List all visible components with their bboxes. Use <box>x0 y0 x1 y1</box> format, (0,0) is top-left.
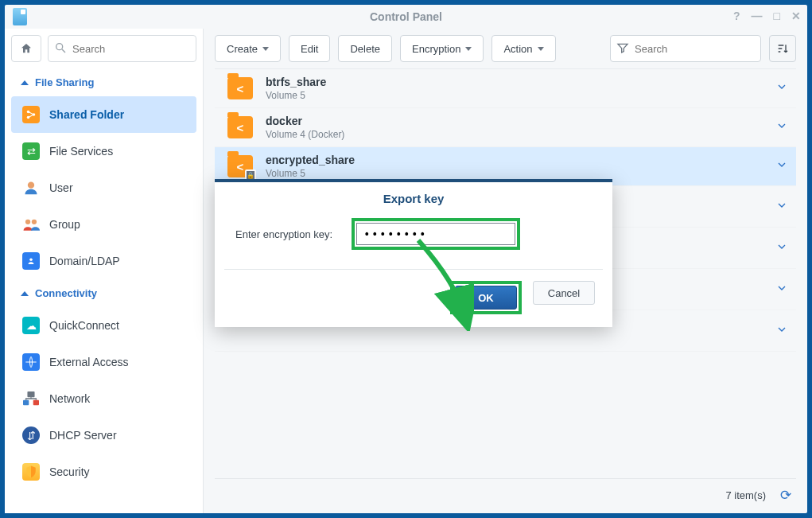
share-name: btrfs_share <box>266 76 326 88</box>
nav-file-services[interactable]: ⇄ File Services <box>11 133 196 169</box>
sidebar: File Sharing Shared Folder ⇄ File Servic… <box>5 29 204 513</box>
nav-label: File Services <box>49 145 113 158</box>
sidebar-search-input[interactable] <box>48 35 196 62</box>
nav-domain-ldap[interactable]: Domain/LDAP <box>11 243 196 279</box>
share-folder-icon: < <box>227 116 253 138</box>
section-label: Connectivity <box>35 287 97 299</box>
caret-down-icon <box>538 47 544 51</box>
encryption-button[interactable]: Encryption <box>400 35 484 62</box>
toolbar-search-input[interactable] <box>610 35 761 62</box>
section-file-sharing[interactable]: File Sharing <box>11 68 203 96</box>
nav-label: Shared Folder <box>49 108 124 121</box>
section-label: File Sharing <box>35 76 94 88</box>
help-button[interactable]: ? <box>733 10 740 22</box>
security-icon <box>22 463 40 481</box>
nav-shared-folder[interactable]: Shared Folder <box>11 96 196 133</box>
share-row[interactable]: < docker Volume 4 (Docker) <box>215 108 796 147</box>
nav-network[interactable]: Network <box>11 380 196 417</box>
cancel-button[interactable]: Cancel <box>533 281 595 305</box>
edit-button[interactable]: Edit <box>289 35 330 62</box>
group-icon <box>22 216 40 233</box>
toolbar: Create Edit Delete Encryption Action <box>215 35 796 62</box>
action-button[interactable]: Action <box>491 35 555 62</box>
svg-rect-12 <box>23 400 29 405</box>
control-panel-window: Control Panel ? — □ ✕ <box>5 5 807 513</box>
nav-label: External Access <box>49 356 129 368</box>
chevron-down-icon[interactable] <box>775 240 788 256</box>
encryption-key-input[interactable] <box>356 223 515 245</box>
network-icon <box>22 390 40 407</box>
home-button[interactable] <box>11 35 41 62</box>
chevron-up-icon <box>21 80 29 85</box>
nav-label: Domain/LDAP <box>49 255 120 267</box>
chevron-down-icon[interactable] <box>775 119 788 135</box>
window-title: Control Panel <box>5 10 807 23</box>
domain-ldap-icon <box>22 252 40 270</box>
encryption-key-label: Enter encryption key: <box>235 228 332 240</box>
chevron-down-icon[interactable] <box>775 199 788 215</box>
filter-icon <box>616 41 629 57</box>
chevron-down-icon[interactable] <box>775 323 788 339</box>
nav-label: DHCP Server <box>49 429 117 442</box>
share-sub: Volume 5 <box>266 90 326 101</box>
svg-rect-13 <box>33 400 39 405</box>
nav-label: QuickConnect <box>49 319 119 332</box>
nav-label: Network <box>49 392 90 405</box>
encrypted-folder-icon: <🔒 <box>227 155 253 177</box>
dialog-title: Export key <box>215 182 612 213</box>
dhcp-server-icon: ⇵ <box>22 426 40 444</box>
share-name: encrypted_share <box>266 154 355 166</box>
svg-rect-11 <box>27 391 34 397</box>
chevron-down-icon[interactable] <box>775 80 788 96</box>
svg-line-1 <box>62 49 65 53</box>
create-button[interactable]: Create <box>215 35 281 62</box>
caret-down-icon <box>465 47 472 51</box>
chevron-down-icon[interactable] <box>775 282 788 298</box>
titlebar: Control Panel ? — □ ✕ <box>5 5 807 29</box>
refresh-button[interactable]: ⟳ <box>780 487 791 504</box>
nav-group[interactable]: Group <box>11 206 196 243</box>
file-services-icon: ⇄ <box>22 142 40 160</box>
ok-button[interactable]: OK <box>455 286 517 310</box>
share-row[interactable]: < btrfs_share Volume 5 <box>215 69 796 108</box>
minimize-button[interactable]: — <box>752 10 763 22</box>
nav-user[interactable]: User <box>11 169 196 206</box>
footer: 7 item(s) ⟳ <box>215 478 796 507</box>
close-button[interactable]: ✕ <box>791 10 801 22</box>
nav-security[interactable]: Security <box>11 454 196 490</box>
section-connectivity[interactable]: Connectivity <box>11 279 203 307</box>
nav-external-access[interactable]: External Access <box>11 344 196 380</box>
highlight-box: OK <box>450 281 522 314</box>
share-folder-icon: < <box>227 77 253 99</box>
delete-button[interactable]: Delete <box>338 35 392 62</box>
item-count: 7 item(s) <box>725 489 766 501</box>
share-name: docker <box>266 115 344 127</box>
chevron-up-icon <box>21 291 29 296</box>
nav-label: Security <box>49 465 90 478</box>
shared-folder-icon <box>22 106 40 123</box>
highlight-box <box>352 218 520 250</box>
quickconnect-icon: ☁ <box>22 317 40 334</box>
share-sub: Volume 4 (Docker) <box>266 129 344 140</box>
svg-point-7 <box>32 220 37 224</box>
svg-point-9 <box>29 259 33 262</box>
svg-point-0 <box>56 44 63 50</box>
export-key-dialog: Export key Enter encryption key: OK Canc… <box>215 179 612 327</box>
maximize-button[interactable]: □ <box>774 10 780 22</box>
nav-label: User <box>49 181 73 194</box>
share-sub: Volume 5 <box>266 168 355 179</box>
svg-point-6 <box>25 220 30 224</box>
home-icon <box>20 42 33 55</box>
sort-button[interactable] <box>769 35 796 62</box>
caret-down-icon <box>262 47 269 51</box>
nav-quickconnect[interactable]: ☁ QuickConnect <box>11 307 196 344</box>
user-icon <box>22 179 40 197</box>
search-icon <box>54 41 67 57</box>
nav-dhcp-server[interactable]: ⇵ DHCP Server <box>11 417 196 454</box>
nav-label: Group <box>49 218 80 231</box>
chevron-down-icon[interactable] <box>775 158 788 174</box>
external-access-icon <box>22 353 40 371</box>
svg-point-5 <box>28 182 34 189</box>
